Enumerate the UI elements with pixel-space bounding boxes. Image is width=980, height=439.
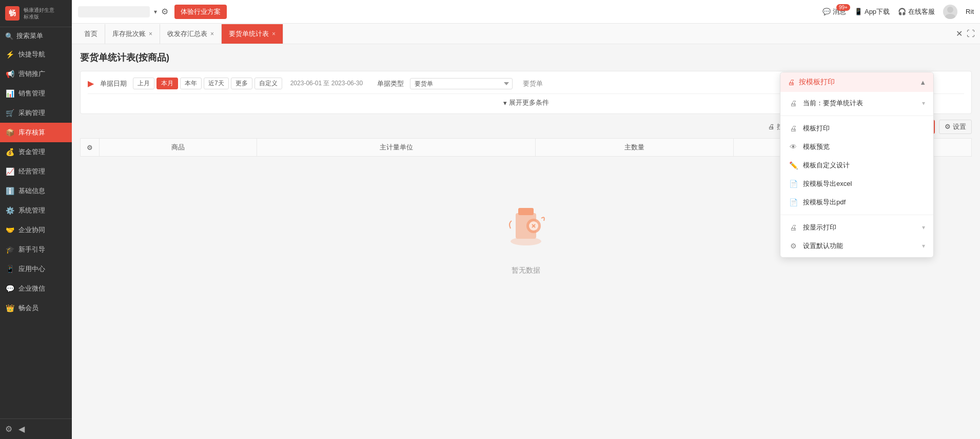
sidebar-item-marketing[interactable]: 📢 营销推广 xyxy=(0,64,72,84)
search-icon: 🔍 xyxy=(5,32,13,40)
col-settings[interactable]: ⚙ xyxy=(81,139,100,157)
sidebar-item-label: 快捷导航 xyxy=(18,50,45,59)
sidebar-item-basic[interactable]: ℹ️ 基础信息 xyxy=(0,181,72,201)
sidebar-item-wechat[interactable]: 💬 企业微信 xyxy=(0,279,72,298)
finance-icon: 💰 xyxy=(5,147,14,157)
svg-point-0 xyxy=(947,7,953,13)
sidebar-item-label: 库存核算 xyxy=(18,128,45,137)
message-button[interactable]: 💬 消息 99+ xyxy=(822,7,846,16)
dropdown-section-current: 🖨 当前：要货单统计表 ▾ xyxy=(780,92,933,114)
display-print-label: 按显示打印 xyxy=(803,223,836,232)
app-icon: 📱 xyxy=(5,264,14,274)
date-btn-more[interactable]: 更多 xyxy=(231,78,252,89)
topbar-search-input[interactable] xyxy=(78,6,150,17)
shortcut-icon: ⚡ xyxy=(5,50,14,59)
tab-collection-summary[interactable]: 收发存汇总表 × xyxy=(160,24,222,44)
order-type-select[interactable]: 要货单 xyxy=(410,78,513,89)
phone-icon: 📱 xyxy=(854,8,863,15)
tab-home[interactable]: 首页 xyxy=(77,24,105,44)
dropdown-item-template-print[interactable]: 🖨 模板打印 xyxy=(780,119,933,138)
sidebar-item-purchase[interactable]: 🛒 采购管理 xyxy=(0,103,72,123)
empty-text: 暂无数据 xyxy=(512,266,540,275)
sidebar-item-collab[interactable]: 🤝 企业协同 xyxy=(0,220,72,240)
tab-batch-account[interactable]: 库存批次账 × xyxy=(105,24,160,44)
set-default-arrow: ▾ xyxy=(922,242,925,250)
close-window-icon[interactable]: ✕ xyxy=(956,29,963,39)
tab-order-stats-close[interactable]: × xyxy=(272,30,276,37)
filter-date-buttons: 上月 本月 本年 近7天 更多 自定义 xyxy=(133,78,282,89)
app-download-button[interactable]: 📱 App下载 xyxy=(854,7,890,16)
dropdown-item-export-pdf[interactable]: 📄 按模板导出pdf xyxy=(780,193,933,212)
logo-text: 畅康通好生意 标准版 xyxy=(24,7,54,20)
search-menu[interactable]: 🔍 搜索菜单 xyxy=(0,27,72,45)
current-template-icon: 🖨 xyxy=(789,99,798,108)
printer-icon: 🖨 xyxy=(768,123,775,130)
tab-batch-account-close[interactable]: × xyxy=(149,30,152,37)
online-service-button[interactable]: 🎧 在线客服 xyxy=(898,7,935,16)
date-btn-last-month[interactable]: 上月 xyxy=(133,78,154,89)
chevron-up-icon: ▲ xyxy=(919,79,926,86)
topbar-dropdown-button[interactable]: ▾ xyxy=(154,8,157,15)
sidebar-item-member[interactable]: 👑 畅会员 xyxy=(0,298,72,318)
export-pdf-icon: 📄 xyxy=(789,198,798,207)
display-print-icon: 🖨 xyxy=(789,223,798,232)
date-btn-custom[interactable]: 自定义 xyxy=(254,78,282,89)
dropdown-section-extra: 🖨 按显示打印 ▾ ⚙ 设置默认功能 ▾ xyxy=(780,216,933,257)
collab-icon: 🤝 xyxy=(5,225,14,235)
divider-1 xyxy=(780,116,933,116)
topbar-settings-button[interactable]: ⚙ xyxy=(161,7,168,16)
sidebar-item-inventory[interactable]: 📦 库存核算 xyxy=(0,123,72,142)
industry-solution-button[interactable]: 体验行业方案 xyxy=(174,5,227,19)
date-btn-this-year[interactable]: 本年 xyxy=(180,78,202,89)
dropdown-header-right: ▲ xyxy=(919,79,926,86)
sidebar-item-system[interactable]: ⚙️ 系统管理 xyxy=(0,201,72,220)
maximize-icon[interactable]: ⛶ xyxy=(967,29,975,39)
dropdown-display-print[interactable]: 🖨 按显示打印 ▾ xyxy=(780,218,933,237)
message-badge: 99+ xyxy=(836,4,850,11)
sidebar-item-sales[interactable]: 📊 销售管理 xyxy=(0,84,72,103)
topbar: ▾ ⚙ 体验行业方案 💬 消息 99+ 📱 App下载 🎧 在线客服 Rit xyxy=(72,0,980,24)
sidebar-item-label: 资金管理 xyxy=(18,147,45,157)
sidebar-bottom: ⚙ ◀ xyxy=(0,418,72,439)
dropdown-title: 按模板打印 xyxy=(799,78,835,87)
sidebar-item-finance[interactable]: 💰 资金管理 xyxy=(0,142,72,162)
dropdown-header[interactable]: 🖨 按模板打印 ▲ xyxy=(780,72,933,92)
user-avatar[interactable] xyxy=(943,5,957,19)
sidebar-item-label: 采购管理 xyxy=(18,108,45,118)
settings-button[interactable]: ⚙ 设置 xyxy=(939,120,972,134)
system-icon: ⚙️ xyxy=(5,206,14,215)
template-print-label: 模板打印 xyxy=(803,124,830,133)
tab-order-stats[interactable]: 要货单统计表 × xyxy=(222,24,283,44)
template-preview-label: 模板预览 xyxy=(803,142,830,151)
filter-expand-arrow[interactable]: ▶ xyxy=(88,79,94,88)
operation-icon: 📈 xyxy=(5,167,14,176)
username-label[interactable]: Rit xyxy=(966,8,974,15)
dropdown-item-export-excel[interactable]: 📄 按模板导出excel xyxy=(780,175,933,193)
display-print-arrow: ▾ xyxy=(922,224,925,231)
dropdown-item-template-preview[interactable]: 👁 模板预览 xyxy=(780,138,933,156)
date-filter-label: 单据日期 xyxy=(100,79,127,88)
newbie-icon: 🎓 xyxy=(5,245,14,254)
empty-illustration xyxy=(500,198,552,259)
date-btn-this-month[interactable]: 本月 xyxy=(156,78,178,89)
tab-order-stats-label: 要货单统计表 xyxy=(229,29,269,39)
date-btn-7days[interactable]: 近7天 xyxy=(204,78,229,89)
tab-collection-summary-close[interactable]: × xyxy=(210,30,214,37)
sidebar: 畅 畅康通好生意 标准版 🔍 搜索菜单 ⚡ 快捷导航 📢 营销推广 📊 销售管理… xyxy=(0,0,72,439)
settings-bottom-icon[interactable]: ⚙ xyxy=(5,424,12,434)
export-excel-label: 按模板导出excel xyxy=(803,179,852,188)
dropdown-set-default[interactable]: ⚙ 设置默认功能 ▾ xyxy=(780,237,933,255)
order-category-label: 要货单 xyxy=(523,79,543,88)
set-default-icon: ⚙ xyxy=(789,241,798,251)
sidebar-item-shortcut[interactable]: ⚡ 快捷导航 xyxy=(0,45,72,64)
collapse-icon[interactable]: ◀ xyxy=(18,424,25,434)
sidebar-item-newbie[interactable]: 🎓 新手引导 xyxy=(0,240,72,259)
sidebar-item-app[interactable]: 📱 应用中心 xyxy=(0,259,72,279)
svg-rect-4 xyxy=(518,208,534,215)
current-template-label: 当前：要货单统计表 xyxy=(803,99,863,108)
template-design-icon: ✏️ xyxy=(789,161,798,170)
dropdown-current-item[interactable]: 🖨 当前：要货单统计表 ▾ xyxy=(780,94,933,112)
sidebar-item-operation[interactable]: 📈 经营管理 xyxy=(0,162,72,181)
dropdown-item-template-design[interactable]: ✏️ 模板自定义设计 xyxy=(780,156,933,175)
online-service-label: 在线客服 xyxy=(908,7,935,16)
